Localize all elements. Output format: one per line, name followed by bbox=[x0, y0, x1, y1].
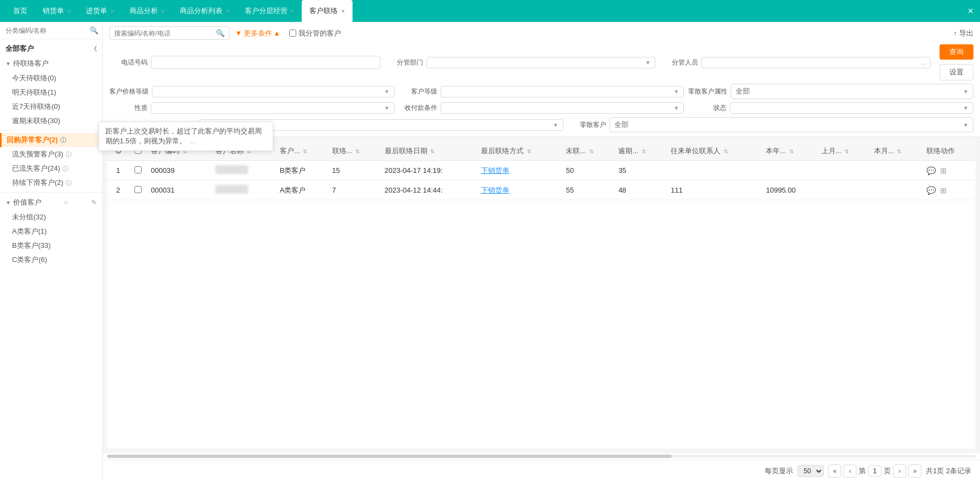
last-way-link-2[interactable]: 下销货单 bbox=[481, 186, 509, 194]
filter-select-retail-attr[interactable]: 全部 ▼ bbox=[731, 84, 973, 99]
sidebar-group-pending[interactable]: ▼ 待联络客户 bbox=[0, 56, 102, 71]
th-this-year-sort-icon[interactable]: ⇅ bbox=[789, 148, 794, 154]
filter-cell-nature: 性质 ▼ bbox=[109, 102, 395, 114]
filter-select-customer-level[interactable]: ▼ bbox=[441, 86, 684, 97]
td-last-way-2: 下销货单 bbox=[477, 181, 561, 200]
filter-select-dept[interactable]: ▼ bbox=[426, 57, 656, 68]
th-unpaid-sort-icon[interactable]: ⇅ bbox=[589, 148, 594, 154]
sidebar-item-declining[interactable]: 持续下滑客户(2) ⓘ bbox=[0, 176, 102, 190]
sidebar-item-abnormal[interactable]: 回购异常客户(2) ⓘ bbox=[0, 133, 102, 147]
td-check-1 bbox=[129, 161, 146, 181]
page-first-btn[interactable]: « bbox=[828, 464, 841, 478]
sidebar-item-b-class[interactable]: B类客户(33) bbox=[0, 239, 102, 253]
sidebar-search-icon[interactable]: 🔍 bbox=[90, 26, 98, 34]
td-contact-1: 15 bbox=[328, 161, 380, 181]
tab-sales-close[interactable]: × bbox=[67, 8, 71, 14]
page-next-btn[interactable]: › bbox=[893, 464, 906, 478]
tab-purchase[interactable]: 进货单 × bbox=[78, 0, 121, 22]
th-contact-sort-icon[interactable]: ⇅ bbox=[355, 148, 360, 154]
sidebar: 🔍 全部客户 《 ▼ 待联络客户 今天待联络(0) 明天待联络(1) 近7天待联… bbox=[0, 22, 103, 482]
sidebar-item-churn-warning[interactable]: 流失预警客户(3) ⓘ bbox=[0, 147, 102, 161]
close-window-icon[interactable]: × bbox=[967, 5, 973, 17]
page-last-btn[interactable]: » bbox=[908, 464, 922, 478]
filter-cell-payment: 收付款条件 ▼ bbox=[399, 102, 684, 114]
th-last-date-sort-icon[interactable]: ⇅ bbox=[430, 148, 435, 154]
filter-label-dept: 分管部门 bbox=[385, 58, 423, 67]
page-size-select[interactable]: 50 bbox=[797, 465, 824, 477]
filter-label-phone: 电话号码 bbox=[109, 58, 148, 67]
td-name-2 bbox=[211, 181, 275, 200]
th-level: 客户... ⇅ bbox=[275, 142, 328, 161]
sidebar-item-ungroup[interactable]: 未分组(32) bbox=[0, 210, 102, 224]
main-container: 🔍 全部客户 《 ▼ 待联络客户 今天待联络(0) 明天待联络(1) 近7天待联… bbox=[0, 22, 980, 482]
tab-customer-layer-close[interactable]: × bbox=[291, 8, 294, 14]
action-chat-icon-1[interactable]: 💬 bbox=[926, 166, 936, 175]
filter-label-retail-customer: 零散客户 bbox=[568, 120, 606, 130]
td-contact-person-1 bbox=[666, 161, 761, 181]
sidebar-collapse-icon[interactable]: 《 bbox=[91, 45, 97, 53]
filter-icon: ▼ bbox=[235, 29, 242, 37]
tab-home[interactable]: 首页 bbox=[5, 0, 35, 22]
filter-select-price-level[interactable]: ▼ bbox=[152, 86, 395, 97]
value-group-edit-icon[interactable]: ✎ bbox=[91, 199, 97, 206]
filter-select-person[interactable]: … bbox=[701, 57, 931, 68]
sidebar-item-tomorrow[interactable]: 明天待联络(1) bbox=[0, 85, 102, 100]
th-this-month-sort-icon[interactable]: ⇅ bbox=[897, 148, 901, 154]
my-customers-checkbox[interactable] bbox=[289, 30, 296, 37]
td-contact-person-2: 111 bbox=[666, 181, 761, 200]
export-btn[interactable]: ↑ 导出 bbox=[954, 28, 974, 38]
tab-customer-layer-label: 客户分层经营 bbox=[245, 6, 287, 16]
tab-product-list[interactable]: 商品分析列表 × bbox=[172, 0, 237, 22]
th-level-sort-icon[interactable]: ⇅ bbox=[303, 148, 307, 154]
th-last-way: 最后联络方式 ⇅ bbox=[477, 142, 561, 161]
more-conditions-btn[interactable]: ▼ 更多条件 ▲ bbox=[235, 28, 280, 38]
th-last-month-sort-icon[interactable]: ⇅ bbox=[844, 148, 849, 154]
search-input[interactable] bbox=[114, 30, 216, 37]
filter-input-phone[interactable] bbox=[151, 56, 380, 69]
row-checkbox-2[interactable] bbox=[134, 186, 142, 193]
th-last-way-sort-icon[interactable]: ⇅ bbox=[527, 148, 531, 154]
td-level-2: A类客户 bbox=[275, 181, 328, 200]
sidebar-item-c-class[interactable]: C类客户(6) bbox=[0, 253, 102, 267]
tab-purchase-close[interactable]: × bbox=[110, 8, 114, 14]
query-button[interactable]: 查询 bbox=[940, 44, 973, 60]
filter-select-payment[interactable]: ▼ bbox=[441, 102, 684, 114]
sidebar-item-churned[interactable]: 已流失客户(24) ⓘ bbox=[0, 161, 102, 176]
th-overdue-sort-icon[interactable]: ⇅ bbox=[642, 148, 646, 154]
filter-select-nature[interactable]: ▼ bbox=[151, 102, 395, 114]
filter-cell-person: 分管人员 … bbox=[660, 57, 931, 68]
tab-product-analysis[interactable]: 商品分析 × bbox=[122, 0, 172, 22]
filter-select-retail-customer[interactable]: 全部 ▼ bbox=[609, 117, 974, 132]
action-grid-icon-2[interactable]: ⊞ bbox=[940, 186, 947, 195]
tab-product-analysis-close[interactable]: × bbox=[161, 8, 165, 14]
page-prev-btn[interactable]: ‹ bbox=[843, 464, 856, 478]
row-checkbox-1[interactable] bbox=[134, 166, 142, 173]
tab-customer-contact[interactable]: 客户联络 × bbox=[302, 0, 352, 22]
triangle-icon: ▼ bbox=[5, 61, 11, 67]
sidebar-search-input[interactable] bbox=[5, 27, 87, 34]
page-num[interactable]: 1 bbox=[868, 466, 882, 477]
search-main-icon[interactable]: 🔍 bbox=[216, 29, 225, 37]
table-row: 2 000031 A类客户 7 2023-04-12 14:44: 下销货单 bbox=[107, 181, 976, 200]
th-contact-person-sort-icon[interactable]: ⇅ bbox=[724, 148, 728, 154]
sidebar-item-7days[interactable]: 近7天待联络(0) bbox=[0, 100, 102, 114]
tab-customer-contact-close[interactable]: × bbox=[341, 8, 344, 14]
filter-label-nature: 性质 bbox=[109, 103, 148, 113]
horizontal-scrollbar[interactable] bbox=[103, 453, 980, 460]
sidebar-group-value[interactable]: ▼ 价值客户 ○ ✎ bbox=[0, 195, 102, 210]
filter-select-status[interactable]: ▼ bbox=[730, 102, 973, 114]
settings-button[interactable]: 设置 bbox=[940, 64, 973, 80]
tooltip-more-icon: ... bbox=[190, 138, 195, 144]
last-way-link-1[interactable]: 下销货单 bbox=[481, 166, 509, 175]
my-customers-label: 我分管的客户 bbox=[298, 28, 341, 38]
tab-product-list-close[interactable]: × bbox=[226, 8, 229, 14]
th-last-date-label: 最后联络日期 bbox=[385, 147, 427, 155]
sidebar-item-overdue[interactable]: 逾期未联络(30) bbox=[0, 114, 102, 128]
action-grid-icon-1[interactable]: ⊞ bbox=[940, 166, 947, 175]
scrollbar-thumb[interactable] bbox=[107, 455, 672, 458]
sidebar-item-today[interactable]: 今天待联络(0) bbox=[0, 71, 102, 85]
action-chat-icon-2[interactable]: 💬 bbox=[926, 186, 936, 195]
sidebar-item-a-class[interactable]: A类客户(1) bbox=[0, 224, 102, 239]
tab-customer-layer[interactable]: 客户分层经营 × bbox=[237, 0, 302, 22]
tab-sales[interactable]: 销货单 × bbox=[35, 0, 78, 22]
